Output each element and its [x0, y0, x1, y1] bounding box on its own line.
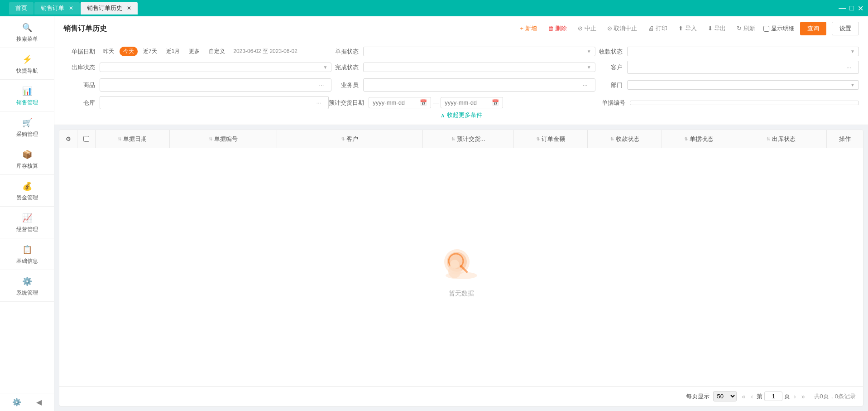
th-stock-status: ⇅ 出库状态 [736, 130, 827, 148]
customer-ellipsis[interactable]: ··· [843, 63, 855, 72]
refresh-button[interactable]: ↻ 刷新 [734, 23, 758, 34]
empty-state: 暂无数据 [434, 237, 489, 298]
tab-home[interactable]: 首页 [9, 2, 34, 15]
order-status-label: 单据状态 [331, 48, 363, 56]
warehouse-select[interactable]: ··· [100, 96, 329, 109]
chip-last7[interactable]: 近7天 [139, 47, 161, 56]
next-page-button[interactable]: › [792, 392, 798, 401]
payment-status-select[interactable]: ▼ [627, 47, 859, 56]
export-button[interactable]: ⬇ 导出 [705, 23, 729, 34]
th-stock-sort-icon[interactable]: ⇅ [767, 136, 770, 141]
tab-sales-order-history[interactable]: 销售订单历史✕ [81, 2, 138, 15]
collapse-arrow-icon: ∧ [441, 112, 445, 119]
tab-list: 首页销售订单✕销售订单历史✕ [9, 2, 839, 15]
prev-page-button[interactable]: ‹ [749, 392, 755, 401]
delete-button[interactable]: 🗑 删除 [545, 23, 570, 34]
sidebar-item-operations[interactable]: 📈 经营管理 [0, 207, 54, 238]
delivery-date-to[interactable]: 📅 [441, 97, 503, 108]
chip-more[interactable]: 更多 [185, 47, 203, 56]
sidebar-item-quick-nav[interactable]: ⚡ 快捷导航 [0, 48, 54, 80]
sidebar-item-system[interactable]: ⚙️ 系统管理 [0, 270, 54, 302]
collapse-icon[interactable]: ◀ [36, 398, 42, 406]
collapse-label: 收起更多条件 [447, 111, 482, 119]
warehouse-ellipsis[interactable]: ··· [312, 98, 325, 107]
chip-last1m[interactable]: 近1月 [163, 47, 184, 56]
maximize-icon[interactable]: □ [849, 4, 854, 12]
sidebar-label-basic-info: 基础信息 [16, 257, 38, 265]
stop-button[interactable]: ⊘ 中止 [575, 23, 599, 34]
stock-out-select[interactable]: ▼ [100, 63, 331, 72]
last-page-button[interactable]: » [800, 392, 807, 401]
minimize-icon[interactable]: — [839, 4, 846, 12]
complete-select[interactable]: ▼ [363, 63, 595, 72]
th-delivery-label: 预计交货... [457, 135, 485, 143]
sidebar-item-search-menu[interactable]: 🔍 搜索菜单 [0, 16, 54, 48]
content-area: 销售订单历史 + 新增 🗑 删除 ⊘ 中止 ⊘ 取消中止 🖨 打印 ⬆ 导入 ⬇… [54, 16, 868, 411]
th-no-sort-icon[interactable]: ⇅ [209, 136, 212, 141]
display-detail-input[interactable] [763, 26, 769, 32]
delivery-date-from-input[interactable] [373, 99, 418, 106]
sidebar-item-sales[interactable]: 📊 销售管理 [0, 80, 54, 111]
filter-row-4: 仓库 ··· 预计交货日期 📅 — 📅 [63, 96, 859, 109]
select-all-checkbox[interactable] [83, 136, 89, 142]
sidebar-item-purchase[interactable]: 🛒 采购管理 [0, 111, 54, 143]
sidebar-item-basic-info[interactable]: 📋 基础信息 [0, 238, 54, 270]
empty-text: 暂无数据 [449, 290, 474, 298]
tab-close-sales-order[interactable]: ✕ [69, 5, 73, 11]
cancel-stop-button[interactable]: ⊘ 取消中止 [604, 23, 640, 34]
tab-close-sales-order-history[interactable]: ✕ [127, 5, 131, 11]
set-button[interactable]: 设置 [832, 22, 859, 35]
sidebar-label-finance: 资金管理 [16, 194, 38, 202]
sidebar-item-finance[interactable]: 💰 资金管理 [0, 175, 54, 207]
delivery-date-to-input[interactable] [445, 99, 490, 106]
order-no-input[interactable] [630, 101, 859, 105]
page-title: 销售订单历史 [63, 24, 107, 34]
th-settings[interactable]: ⚙ [59, 130, 77, 148]
delivery-date-from[interactable]: 📅 [369, 97, 431, 108]
salesperson-select[interactable]: ··· [363, 78, 595, 92]
order-status-select[interactable]: ▼ [363, 47, 595, 56]
tab-label-sales-order: 销售订单 [41, 4, 64, 12]
first-page-button[interactable]: « [740, 392, 748, 401]
query-button[interactable]: 查询 [800, 22, 826, 35]
th-customer-label: 客户 [346, 135, 358, 143]
th-amount-sort-icon[interactable]: ⇅ [536, 136, 540, 141]
tab-sales-order[interactable]: 销售订单✕ [34, 2, 80, 15]
tab-label-home: 首页 [15, 4, 27, 12]
sidebar-item-inventory[interactable]: 📦 库存核算 [0, 143, 54, 175]
top-bar: 首页销售订单✕销售订单历史✕ — □ ✕ [0, 0, 868, 16]
th-check[interactable] [77, 130, 96, 148]
tab-label-sales-order-history: 销售订单历史 [87, 4, 122, 12]
page-prefix: 第 [757, 392, 762, 401]
new-button[interactable]: + 新增 [517, 23, 539, 34]
th-customer-sort-icon[interactable]: ⇅ [341, 136, 345, 141]
chip-today[interactable]: 今天 [120, 47, 138, 56]
settings-icon[interactable]: ⚙️ [12, 398, 21, 406]
th-delivery-sort-icon[interactable]: ⇅ [451, 136, 455, 141]
th-date-sort-icon[interactable]: ⇅ [118, 136, 121, 141]
goods-ellipsis[interactable]: ··· [315, 81, 327, 89]
close-icon[interactable]: ✕ [858, 4, 863, 13]
toolbar: + 新增 🗑 删除 ⊘ 中止 ⊘ 取消中止 🖨 打印 ⬆ 导入 ⬇ 导出 ↻ 刷… [517, 22, 859, 35]
sidebar-label-sales: 销售管理 [16, 99, 38, 106]
th-payment-sort-icon[interactable]: ⇅ [610, 136, 614, 141]
import-button[interactable]: ⬆ 导入 [676, 23, 700, 34]
chip-custom[interactable]: 自定义 [205, 47, 229, 56]
th-no-label: 单据编号 [214, 135, 238, 143]
th-order-status-sort-icon[interactable]: ⇅ [684, 136, 688, 141]
salesperson-ellipsis[interactable]: ··· [579, 81, 591, 89]
filter-row-3: 商品 ··· 业务员 ··· 部门 [63, 78, 859, 92]
chip-yesterday[interactable]: 昨天 [100, 47, 118, 56]
page-size-label: 每页显示 [686, 392, 710, 401]
display-detail-checkbox[interactable]: 显示明细 [763, 24, 795, 33]
settings-gear-icon[interactable]: ⚙ [66, 135, 71, 142]
print-button[interactable]: 🖨 打印 [646, 23, 671, 34]
dept-select[interactable]: ▼ [627, 80, 859, 90]
collapse-link[interactable]: ∧ 收起更多条件 [441, 111, 482, 119]
customer-select[interactable]: ··· [627, 61, 859, 74]
goods-select[interactable]: ··· [100, 78, 331, 92]
page-size-select[interactable]: 50 10 20 100 [713, 391, 737, 401]
sidebar-icon-search-menu: 🔍 [22, 23, 32, 33]
current-page-input[interactable] [764, 392, 782, 401]
goods-control: ··· [100, 78, 331, 92]
